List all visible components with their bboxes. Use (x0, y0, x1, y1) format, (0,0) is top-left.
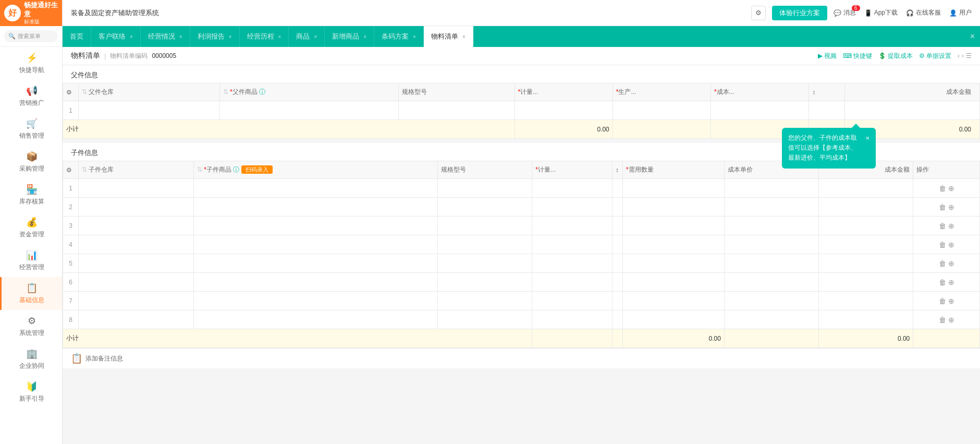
child-warehouse-3[interactable] (79, 217, 194, 235)
delete-icon-8[interactable]: 🗑 (939, 316, 946, 324)
child-product-4[interactable] (193, 235, 437, 254)
child-unit-price-1[interactable] (724, 179, 818, 198)
bottom-bar[interactable]: 📋 添加备注信息 (63, 348, 980, 368)
copy-icon-5[interactable]: ⊕ (948, 259, 954, 268)
menu-icon[interactable]: ☰ (966, 52, 972, 59)
video-action[interactable]: ▶ 视频 (818, 52, 837, 61)
tab-bom-close[interactable]: × (462, 34, 466, 40)
delete-icon-5[interactable]: 🗑 (939, 259, 946, 268)
sidebar-item-operation[interactable]: 📊 经营管理 (0, 244, 62, 277)
app-download-action[interactable]: 📱 App下载 (864, 8, 898, 17)
copy-icon-2[interactable]: ⊕ (948, 203, 954, 211)
child-warehouse-2[interactable] (79, 198, 194, 217)
tab-barcode[interactable]: 条码方案 × (374, 26, 424, 47)
sidebar-item-inventory[interactable]: 🏪 库存核算 (0, 178, 62, 211)
parent-product-1[interactable] (219, 101, 399, 120)
tab-profit-close[interactable]: × (229, 34, 232, 40)
child-warehouse-6[interactable] (79, 273, 194, 292)
tab-customers-close[interactable]: × (130, 34, 133, 40)
sidebar-item-system[interactable]: ⚙ 系统管理 (0, 310, 62, 343)
tab-history[interactable]: 经营历程 × (240, 26, 289, 47)
child-unit-8[interactable] (532, 310, 612, 329)
child-spec-6[interactable] (438, 273, 532, 292)
trial-button[interactable]: 体验行业方案 (772, 6, 827, 20)
tab-barcode-close[interactable]: × (413, 34, 416, 40)
child-unit-1[interactable] (532, 179, 612, 198)
child-spec-5[interactable] (438, 254, 532, 273)
delete-icon-4[interactable]: 🗑 (939, 241, 946, 249)
child-spec-7[interactable] (438, 292, 532, 310)
child-unit-price-8[interactable] (724, 310, 818, 329)
child-warehouse-5[interactable] (79, 254, 194, 273)
scan-button[interactable]: 扫码录入 (241, 165, 273, 174)
child-warehouse-4[interactable] (79, 235, 194, 254)
tab-goods-close[interactable]: × (314, 34, 317, 40)
topbar-gear-button[interactable]: ⚙ (751, 6, 766, 20)
parent-cost-1[interactable] (710, 101, 808, 120)
next-page-button[interactable]: › (962, 52, 964, 59)
child-product-6[interactable] (193, 273, 437, 292)
child-spec-8[interactable] (438, 310, 532, 329)
delete-icon-2[interactable]: 🗑 (939, 203, 946, 211)
tab-profit[interactable]: 利润报告 × (190, 26, 240, 47)
parent-spec-1[interactable] (399, 101, 514, 120)
child-unit-6[interactable] (532, 273, 612, 292)
child-spec-4[interactable] (438, 235, 532, 254)
tab-operation-close[interactable]: × (179, 34, 182, 40)
delete-icon-7[interactable]: 🗑 (939, 297, 946, 305)
child-quantity-8[interactable] (622, 310, 724, 329)
child-product-7[interactable] (193, 292, 437, 310)
setting-action[interactable]: ⚙ 单据设置 (919, 52, 951, 61)
tab-new-goods-close[interactable]: × (363, 34, 366, 40)
copy-icon-8[interactable]: ⊕ (948, 316, 954, 324)
child-unit-5[interactable] (532, 254, 612, 273)
child-quantity-4[interactable] (622, 235, 724, 254)
child-unit-7[interactable] (532, 292, 612, 310)
sidebar-search-area[interactable]: 🔍 搜索菜单 (0, 26, 62, 47)
copy-icon-1[interactable]: ⊕ (948, 184, 954, 193)
sidebar-item-finance[interactable]: 💰 资金管理 (0, 211, 62, 244)
copy-icon-4[interactable]: ⊕ (948, 241, 954, 249)
child-product-5[interactable] (193, 254, 437, 273)
sidebar-item-sales[interactable]: 🛒 销售管理 (0, 113, 62, 146)
child-product-8[interactable] (193, 310, 437, 329)
tab-home[interactable]: 首页 (63, 26, 91, 47)
sidebar-item-guide[interactable]: 🔰 新手引导 (0, 376, 62, 409)
child-spec-3[interactable] (438, 217, 532, 235)
child-unit-price-2[interactable] (724, 198, 818, 217)
child-warehouse-8[interactable] (79, 310, 194, 329)
tab-history-close[interactable]: × (278, 34, 281, 40)
child-quantity-2[interactable] (622, 198, 724, 217)
copy-icon-3[interactable]: ⊕ (948, 222, 954, 230)
parent-warehouse-1[interactable] (79, 101, 220, 120)
child-th-settings[interactable]: ⚙ (63, 161, 79, 179)
sidebar-item-marketing[interactable]: 📢 营销推广 (0, 80, 62, 113)
tab-bom[interactable]: 物料清单 × (424, 26, 473, 47)
child-unit-4[interactable] (532, 235, 612, 254)
tab-operation[interactable]: 经营情况 × (141, 26, 190, 47)
tooltip-close-button[interactable]: × (865, 133, 869, 144)
parent-th-settings[interactable]: ⚙ (63, 83, 79, 101)
child-product-2[interactable] (193, 198, 437, 217)
shortcut-action[interactable]: ⌨ 快捷键 (843, 52, 872, 61)
child-unit-2[interactable] (532, 198, 612, 217)
child-product-1[interactable] (193, 179, 437, 198)
child-spec-1[interactable] (438, 179, 532, 198)
child-warehouse-1[interactable] (79, 179, 194, 198)
child-quantity-6[interactable] (622, 273, 724, 292)
child-unit-price-6[interactable] (724, 273, 818, 292)
sidebar-item-enterprise[interactable]: 🏢 企业协同 (0, 343, 62, 376)
delete-icon-1[interactable]: 🗑 (939, 184, 946, 193)
copy-icon-7[interactable]: ⊕ (948, 297, 954, 305)
sidebar-item-purchase[interactable]: 📦 采购管理 (0, 146, 62, 178)
sidebar-item-quick-nav[interactable]: ⚡ 快捷导航 (0, 47, 62, 80)
child-warehouse-7[interactable] (79, 292, 194, 310)
parent-production-1[interactable] (612, 101, 710, 120)
child-unit-3[interactable] (532, 217, 612, 235)
child-unit-price-7[interactable] (724, 292, 818, 310)
child-quantity-7[interactable] (622, 292, 724, 310)
child-spec-2[interactable] (438, 198, 532, 217)
user-action[interactable]: 👤 用户 (949, 8, 972, 17)
child-quantity-5[interactable] (622, 254, 724, 273)
child-unit-price-4[interactable] (724, 235, 818, 254)
